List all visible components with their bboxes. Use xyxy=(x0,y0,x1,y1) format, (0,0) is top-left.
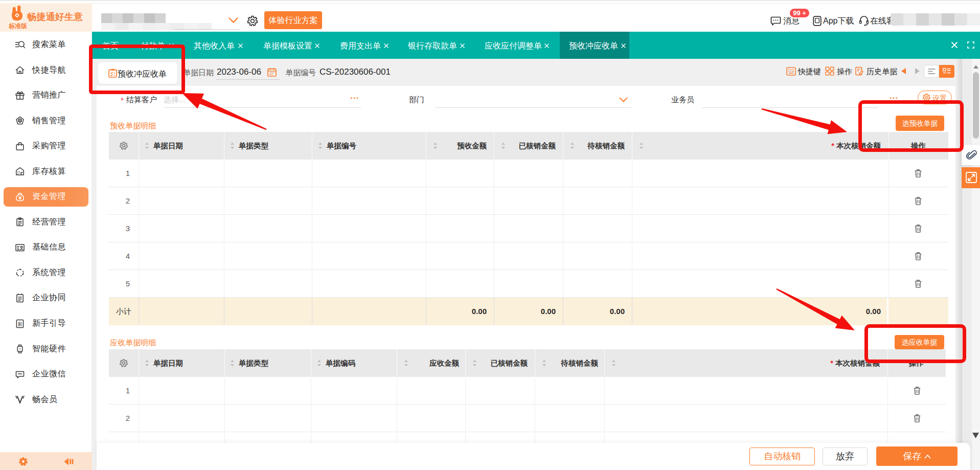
svg-text:新: 新 xyxy=(17,321,22,327)
